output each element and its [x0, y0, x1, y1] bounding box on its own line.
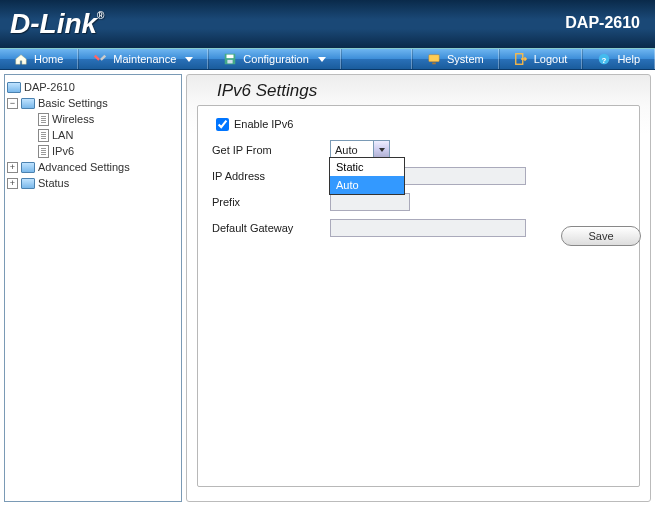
tree-root[interactable]: DAP-2610: [7, 79, 179, 95]
page-icon: [38, 129, 49, 142]
monitor-icon: [427, 52, 441, 66]
tree-root-label: DAP-2610: [24, 81, 75, 93]
folder-icon: [21, 98, 35, 109]
chevron-down-icon: [379, 148, 385, 152]
model-label: DAP-2610: [565, 14, 640, 32]
chevron-down-icon: [318, 57, 326, 62]
tree-basic-settings[interactable]: − Basic Settings: [7, 95, 179, 111]
tree-advanced-settings[interactable]: + Advanced Settings: [7, 159, 179, 175]
page-icon: [38, 113, 49, 126]
tree-status-label: Status: [38, 177, 69, 189]
menu-home-label: Home: [34, 53, 63, 65]
menu-maintenance-label: Maintenance: [113, 53, 176, 65]
tree-ipv6[interactable]: IPv6: [7, 143, 179, 159]
menu-configuration-label: Configuration: [243, 53, 308, 65]
chevron-down-icon: [185, 57, 193, 62]
tree-lan[interactable]: LAN: [7, 127, 179, 143]
save-row: Save: [561, 226, 641, 246]
expand-icon[interactable]: +: [7, 162, 18, 173]
page-icon: [38, 145, 49, 158]
svg-rect-1: [227, 55, 234, 59]
settings-form: Enable IPv6 Get IP From Auto IP Address …: [197, 105, 640, 487]
getip-label: Get IP From: [212, 144, 330, 156]
prefix-label: Prefix: [212, 196, 330, 208]
save-disk-icon: [223, 52, 237, 66]
getip-value: Auto: [335, 144, 358, 156]
enable-ipv6-checkbox[interactable]: [216, 118, 229, 131]
menu-help[interactable]: ? Help: [582, 49, 655, 69]
option-auto[interactable]: Auto: [330, 176, 404, 194]
menu-system-label: System: [447, 53, 484, 65]
prefix-row: Prefix: [212, 192, 625, 212]
collapse-icon[interactable]: −: [7, 98, 18, 109]
menubar: Home Maintenance Configuration System Lo…: [0, 48, 655, 70]
folder-icon: [7, 82, 21, 93]
gateway-label: Default Gateway: [212, 222, 330, 234]
tree-lan-label: LAN: [52, 129, 73, 141]
home-icon: [14, 52, 28, 66]
tree-ipv6-label: IPv6: [52, 145, 74, 157]
menu-help-label: Help: [617, 53, 640, 65]
ip-row: IP Address: [212, 166, 625, 186]
tree-advanced-label: Advanced Settings: [38, 161, 130, 173]
page-title: IPv6 Settings: [197, 81, 640, 103]
folder-icon: [21, 178, 35, 189]
menu-home[interactable]: Home: [0, 49, 78, 69]
enable-ipv6-label: Enable IPv6: [234, 118, 293, 130]
tree-wireless[interactable]: Wireless: [7, 111, 179, 127]
menu-logout[interactable]: Logout: [499, 49, 583, 69]
svg-rect-4: [432, 63, 436, 65]
tree-wireless-label: Wireless: [52, 113, 94, 125]
menu-configuration[interactable]: Configuration: [208, 49, 340, 69]
logout-icon: [514, 52, 528, 66]
content-area: DAP-2610 − Basic Settings Wireless LAN I…: [0, 70, 655, 506]
header: D-Link® DAP-2610: [0, 0, 655, 48]
sidebar: DAP-2610 − Basic Settings Wireless LAN I…: [4, 74, 182, 502]
tools-icon: [93, 52, 107, 66]
menu-system[interactable]: System: [412, 49, 499, 69]
option-static[interactable]: Static: [330, 158, 404, 176]
expand-icon[interactable]: +: [7, 178, 18, 189]
svg-rect-3: [429, 55, 440, 62]
enable-row: Enable IPv6: [212, 114, 625, 134]
menubar-spacer: [341, 49, 412, 69]
svg-rect-2: [228, 60, 233, 64]
menu-logout-label: Logout: [534, 53, 568, 65]
save-button[interactable]: Save: [561, 226, 641, 246]
tree-status[interactable]: + Status: [7, 175, 179, 191]
menu-maintenance[interactable]: Maintenance: [78, 49, 208, 69]
brand-logo: D-Link®: [10, 8, 104, 40]
svg-text:?: ?: [602, 56, 607, 65]
tree-basic-label: Basic Settings: [38, 97, 108, 109]
getip-row: Get IP From Auto: [212, 140, 625, 160]
gateway-input[interactable]: [330, 219, 526, 237]
help-icon: ?: [597, 52, 611, 66]
getip-dropdown: Static Auto: [329, 157, 405, 195]
prefix-input[interactable]: [330, 193, 410, 211]
ip-label: IP Address: [212, 170, 330, 182]
main-panel: IPv6 Settings Enable IPv6 Get IP From Au…: [186, 74, 651, 502]
folder-icon: [21, 162, 35, 173]
